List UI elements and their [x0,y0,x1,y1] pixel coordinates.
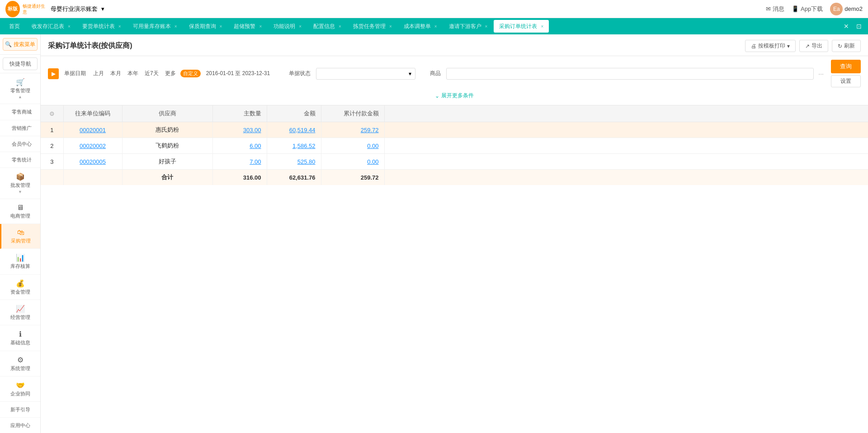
tab-function-desc[interactable]: 功能说明 × [268,20,307,33]
quick-nav-button[interactable]: 快捷导航 [3,57,38,70]
close-icon[interactable]: × [118,24,121,29]
date-range-display: 2016-01-01 至 2023-12-31 [206,70,270,77]
message-icon: ✉ [766,5,771,12]
tab-home[interactable]: 首页 [4,20,25,33]
close-icon[interactable]: × [68,24,71,29]
tab-available-inventory[interactable]: 可用量库存账本 × [127,20,183,33]
export-button[interactable]: ↗ 导出 [799,40,828,52]
query-button[interactable]: 查询 [831,60,861,73]
cell-amount: 1,586.52 [267,138,321,154]
col-header-paid: 累计付款金额 [321,105,384,122]
sidebar: 🔍 搜索菜单 快捷导航 🛒 零售管理 ▲ 零售商城 营销推广 会员中心 零售统计 [0,34,41,433]
close-icon[interactable]: × [299,24,302,29]
sidebar-item-finance-manage[interactable]: 💰 资金管理 [0,275,40,300]
qty-link[interactable]: 6.00 [250,143,261,149]
paid-link[interactable]: 0.00 [367,143,378,149]
tab-invite-downstream[interactable]: 邀请下游客户 × [443,20,493,33]
amount-link[interactable]: 60,519.44 [289,127,316,133]
col-header-amount: 金额 [267,105,321,122]
status-select[interactable]: ▾ [316,68,415,80]
cell-qty: 303.00 [212,122,267,138]
col-header-settings[interactable]: ⚙ [41,105,63,122]
tab-pick-task[interactable]: 拣货任务管理 × [348,20,397,33]
app-download-button[interactable]: 📱 App下载 [792,5,823,13]
sidebar-item-retail-stats[interactable]: 零售统计 [0,152,40,168]
close-icon[interactable]: × [259,24,262,29]
goods-select[interactable] [446,68,814,80]
purchase-icon: 🛍 [17,228,24,237]
col-header-code: 往来单位编码 [63,105,122,122]
close-icon[interactable]: × [541,24,543,29]
cell-supplier: 惠氏奶粉 [122,122,212,138]
code-link[interactable]: 00020005 [80,158,106,165]
tab-purchase-order-stats[interactable]: 采购订单统计表 × [494,20,549,33]
user-area[interactable]: Ea demo2 [830,3,863,15]
table-row: 3 00020005 好孩子 7.00 525.80 0.00 [41,154,868,170]
cell-extra [384,138,868,154]
page-title: 采购订单统计表(按供应商) [48,41,132,51]
sidebar-item-sys-manage[interactable]: ⚙ 系统管理 [0,351,40,376]
close-icon[interactable]: × [339,24,341,29]
sidebar-item-basic-info[interactable]: ℹ 基础信息 [0,325,40,351]
sidebar-item-new-guide[interactable]: 新手引导 [0,402,40,418]
status-filter-label: 单据状态 [289,70,311,77]
maximize-button[interactable]: ⊡ [854,21,864,32]
tab-config-info[interactable]: 配置信息 × [308,20,347,33]
close-icon[interactable]: × [220,24,222,29]
sidebar-item-marketing[interactable]: 营销推广 [0,120,40,136]
cell-amount: 525.80 [267,154,321,170]
code-link[interactable]: 00020002 [80,143,106,149]
ops-icon: 📈 [16,305,25,313]
close-icon[interactable]: × [434,24,437,29]
sidebar-item-member-center[interactable]: 会员中心 [0,136,40,152]
qty-link[interactable]: 7.00 [250,158,261,165]
sidebar-item-retail-mall[interactable]: 零售商城 [0,104,40,120]
tab-receive-summary[interactable]: 收发存汇总表 × [26,20,76,33]
sidebar-item-purchase-manage[interactable]: 🛍 采购管理 [0,224,40,249]
amount-link[interactable]: 525.80 [297,158,316,165]
content-area: 采购订单统计表(按供应商) 🖨 按模板打印 ▾ ↗ 导出 ↻ 刷新 [41,34,868,433]
filter-area: ▶ 单据日期 上月 本月 本年 近7天 更多 自定义 2016-01-01 至 … [41,56,868,105]
search-menu-button[interactable]: 🔍 搜索菜单 [3,38,38,51]
paid-link[interactable]: 259.72 [361,127,379,133]
more-options-button[interactable]: ··· [816,70,826,77]
refresh-button[interactable]: ↻ 刷新 [832,40,861,52]
tab-expiry-query[interactable]: 保质期查询 × [184,20,228,33]
sidebar-item-retail-manage[interactable]: 🛒 零售管理 ▲ [0,73,40,104]
close-icon[interactable]: × [175,24,177,29]
close-tab-button[interactable]: ✕ [841,21,852,32]
code-link[interactable]: 00020001 [80,127,106,133]
sidebar-item-ecom-manage[interactable]: 🖥 电商管理 [0,199,40,224]
shortcut-more[interactable]: 更多 [163,69,178,78]
cell-code: 00020005 [63,154,122,170]
filter-toggle-button[interactable]: ▶ [48,68,59,79]
settings-button[interactable]: 设置 [831,75,861,87]
logo-abbr: 标版 [8,5,18,12]
shortcut-this-month[interactable]: 本月 [108,69,123,78]
custom-date-badge[interactable]: 自定义 [180,70,201,77]
sidebar-item-app-center[interactable]: 应用中心 [0,418,40,433]
paid-link[interactable]: 0.00 [367,158,378,165]
header-actions: 🖨 按模板打印 ▾ ↗ 导出 ↻ 刷新 [745,40,861,52]
tab-requisition-stats[interactable]: 要货单统计表 × [77,20,127,33]
sidebar-item-inventory-check[interactable]: 📊 库存核算 [0,249,40,274]
shortcut-this-year[interactable]: 本年 [126,69,140,78]
close-icon[interactable]: × [389,24,392,29]
print-button[interactable]: 🖨 按模板打印 ▾ [745,40,796,52]
tab-cost-adjust[interactable]: 成本调整单 × [398,20,443,33]
column-settings-icon[interactable]: ⚙ [49,110,55,117]
message-button[interactable]: ✉ 消息 [766,5,784,13]
amount-link[interactable]: 1,586.52 [292,143,316,149]
footer-label [63,170,122,186]
qty-link[interactable]: 303.00 [243,127,261,133]
shortcut-7days[interactable]: 近7天 [143,69,160,78]
sidebar-item-batch-manage[interactable]: 📦 批发管理 ▼ [0,168,40,199]
close-icon[interactable]: × [485,24,488,29]
footer-seq [41,170,63,186]
expand-more-button[interactable]: ⌄ 展开更多条件 [435,92,474,100]
shortcut-last-month[interactable]: 上月 [91,69,106,78]
sidebar-item-ops-manage[interactable]: 📈 经营管理 [0,300,40,325]
tab-overstock-warning[interactable]: 超储预警 × [228,20,267,33]
chevron-down-icon: ▾ [409,71,411,77]
sidebar-item-enterprise-coop[interactable]: 🤝 企业协同 [0,376,40,402]
